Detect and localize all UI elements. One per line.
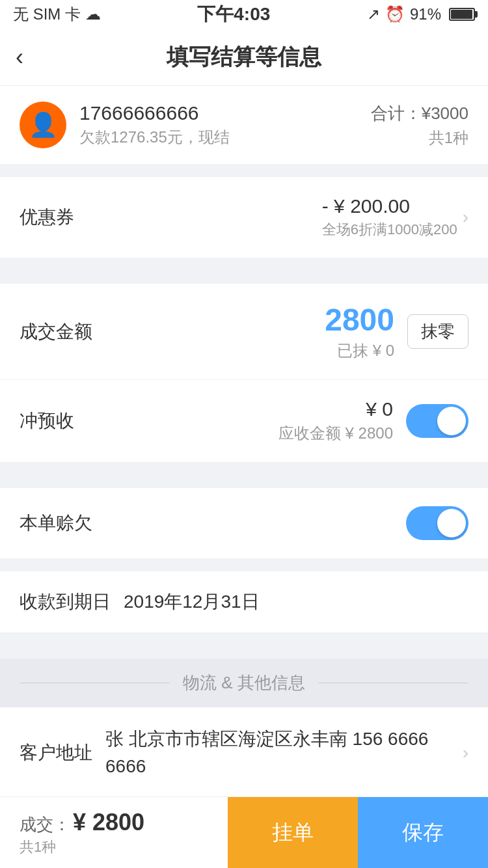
nav-bar: ‹ 填写结算等信息: [0, 29, 488, 86]
customer-details: 17666666666 欠款1276.35元，现结: [79, 102, 230, 148]
bottom-bar: 成交： ¥ 2800 共1种 挂单 保存: [0, 796, 488, 868]
duedate-value: 2019年12月31日: [124, 590, 260, 614]
address-label: 客户地址: [20, 740, 92, 765]
status-bar: 无 SIM 卡 ☁ 下午4:03 ↗ ⏰ 91%: [0, 0, 488, 29]
section-gap-2: [0, 462, 488, 475]
coupon-row[interactable]: 优惠券 - ¥ 200.00 全场6折满1000减200 ›: [0, 177, 488, 258]
amount-sub: 已抹 ¥ 0: [325, 340, 394, 361]
location-icon: ↗: [367, 5, 380, 23]
battery-percent: 91%: [410, 5, 441, 23]
prepay-right: ¥ 0 应收金额 ¥ 2800: [278, 398, 468, 444]
total-count: 共1种: [371, 128, 468, 148]
section-gap-1: [0, 271, 488, 284]
bottom-count: 共1种: [20, 837, 208, 857]
address-chevron-icon: ›: [463, 742, 468, 763]
pending-button[interactable]: 挂单: [228, 797, 358, 868]
total-label: 合计：¥3000: [371, 102, 468, 125]
address-row[interactable]: 客户地址 张 北京市市辖区海淀区永丰南 156 6666 6666 ›: [0, 707, 488, 798]
save-button[interactable]: 保存: [358, 797, 488, 868]
amount-row: 成交金额 2800 已抹 ¥ 0 抹零: [0, 284, 488, 380]
round-button[interactable]: 抹零: [407, 314, 468, 349]
prepay-desc: 应收金额 ¥ 2800: [278, 423, 393, 444]
prepay-label: 冲预收: [20, 409, 74, 433]
status-time: 下午4:03: [197, 2, 270, 27]
amount-label: 成交金额: [20, 319, 92, 344]
section-divider: 物流 & 其他信息: [0, 658, 488, 707]
duedate-row: 收款到期日 2019年12月31日: [0, 571, 488, 632]
bottom-info: 成交： ¥ 2800 共1种: [0, 797, 228, 868]
prepay-amount: ¥ 0: [278, 398, 393, 420]
sim-status: 无 SIM 卡 ☁: [13, 4, 101, 25]
coupon-discount: - ¥ 200.00: [322, 195, 457, 217]
divider-text: 物流 & 其他信息: [183, 671, 305, 694]
bottom-amount: ¥ 2800: [73, 809, 144, 836]
duedate-label: 收款到期日: [20, 590, 111, 614]
customer-debt: 欠款1276.35元，现结: [79, 127, 230, 148]
status-right: ↗ ⏰ 91%: [367, 5, 475, 23]
chevron-right-icon: ›: [463, 207, 468, 228]
bottom-deal-label: 成交：: [20, 813, 70, 836]
deferred-label: 本单赊欠: [20, 511, 92, 536]
back-button[interactable]: ‹: [16, 44, 23, 71]
amount-section: 成交金额 2800 已抹 ¥ 0 抹零 冲预收 ¥ 0 应收金额 ¥ 2800: [0, 284, 488, 462]
coupon-description: 全场6折满1000减200: [322, 220, 457, 239]
page-title: 填写结算等信息: [167, 42, 321, 72]
amount-right: 2800 已抹 ¥ 0 抹零: [325, 302, 468, 361]
customer-phone: 17666666666: [79, 102, 230, 124]
deferred-toggle[interactable]: [406, 506, 468, 540]
amount-value: 2800: [325, 302, 394, 338]
divider-line-right: [318, 683, 468, 683]
prepay-row: 冲预收 ¥ 0 应收金额 ¥ 2800: [0, 380, 488, 462]
divider-line-left: [20, 683, 170, 683]
battery-icon: [449, 8, 475, 21]
main-content: 👤 17666666666 欠款1276.35元，现结 合计：¥3000 共1种…: [0, 86, 488, 868]
address-value: 张 北京市市辖区海淀区永丰南 156 6666 6666: [105, 726, 444, 780]
prepay-toggle[interactable]: [406, 404, 468, 438]
customer-left: 👤 17666666666 欠款1276.35元，现结: [20, 102, 230, 148]
status-left: 无 SIM 卡 ☁: [13, 4, 101, 25]
section-gap-3: [0, 645, 488, 658]
avatar-icon: 👤: [29, 111, 58, 139]
customer-info-card: 👤 17666666666 欠款1276.35元，现结 合计：¥3000 共1种: [0, 86, 488, 164]
alarm-icon: ⏰: [385, 5, 405, 23]
deferred-toggle-knob: [437, 509, 466, 537]
toggle-knob: [437, 407, 466, 435]
coupon-label: 优惠券: [20, 205, 74, 230]
deferred-row: 本单赊欠: [0, 488, 488, 558]
customer-right: 合计：¥3000 共1种: [371, 102, 468, 148]
avatar: 👤: [20, 102, 66, 148]
prepay-values: ¥ 0 应收金额 ¥ 2800: [278, 398, 393, 444]
